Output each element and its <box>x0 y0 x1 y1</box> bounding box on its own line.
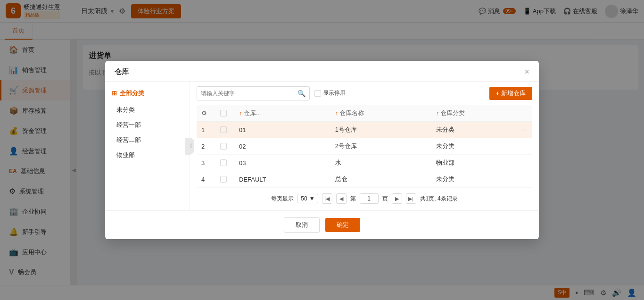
cancel-button[interactable]: 取消 <box>284 217 320 233</box>
row-checkbox-cell[interactable] <box>215 138 234 155</box>
select-all-checkbox[interactable] <box>220 110 227 117</box>
row-checkbox[interactable] <box>220 126 227 133</box>
row-name: 2号仓库 <box>330 138 431 155</box>
table-settings-icon[interactable]: ⚙ <box>201 109 207 117</box>
last-page-button[interactable]: ▶| <box>406 193 416 204</box>
col-code-label: 仓库... <box>244 109 261 117</box>
modal-header: 仓库 × <box>105 61 539 82</box>
show-disabled-label: 显示停用 <box>323 89 346 97</box>
row-category: 未分类 ··· <box>431 122 532 138</box>
table-row[interactable]: 2 02 2号仓库 未分类 <box>197 138 532 155</box>
col-code-sort-icon: ↑ <box>239 109 242 117</box>
col-code: ↑ 仓库... <box>234 105 330 122</box>
page-number-input[interactable] <box>360 193 379 204</box>
col-settings: ⚙ <box>197 105 215 122</box>
page-unit: 页 <box>382 195 388 203</box>
row-code: 03 <box>234 155 330 171</box>
row-num: 2 <box>197 138 215 155</box>
col-category-label: 仓库分类 <box>440 109 465 117</box>
row-name: 水 <box>330 155 431 171</box>
row-checkbox[interactable] <box>220 176 227 183</box>
row-code: 02 <box>234 138 330 155</box>
per-page-label: 每页显示 <box>271 195 294 203</box>
warehouse-table: ⚙ ↑ 仓库... <box>197 105 532 188</box>
modal-title: 仓库 <box>115 67 129 76</box>
search-input[interactable] <box>201 90 295 97</box>
col-name-sort-icon: ↑ <box>335 109 339 117</box>
row-code: 01 <box>234 121 330 138</box>
modal-footer: 取消 确定 <box>105 210 539 239</box>
table-row[interactable]: 1 01 1号仓库 未分类 ··· <box>197 121 532 138</box>
row-name: 1号仓库 <box>330 121 431 138</box>
row-checkbox[interactable] <box>220 159 227 166</box>
table-row[interactable]: 3 03 水 物业部 <box>197 155 532 171</box>
col-name-label: 仓库名称 <box>339 109 364 117</box>
modal-overlay: 仓库 × ⊞ 全部分类 未分类 经营一部 经营二部 <box>0 0 644 300</box>
modal-body: ⊞ 全部分类 未分类 经营一部 经营二部 物业部 《 <box>105 82 539 211</box>
category-item-dept2[interactable]: 经营二部 <box>105 133 190 148</box>
select-chevron-icon: ▼ <box>309 195 315 202</box>
table-panel: 🔍 显示停用 + 新增仓库 ⚙ <box>190 82 539 211</box>
grid-icon: ⊞ <box>112 90 117 97</box>
row-checkbox-cell[interactable] <box>215 171 234 188</box>
table-toolbar: 🔍 显示停用 + 新增仓库 <box>197 86 532 100</box>
row-num: 3 <box>197 155 215 171</box>
row-name: 总仓 <box>330 171 431 188</box>
show-disabled-checkbox[interactable] <box>314 90 321 97</box>
category-item-uncategorized[interactable]: 未分类 <box>105 102 190 117</box>
category-item-dept1[interactable]: 经营一部 <box>105 117 190 133</box>
all-categories-label: 全部分类 <box>120 89 144 98</box>
panel-collapse-arrow[interactable]: 《 <box>185 138 194 155</box>
col-name: ↑ 仓库名称 <box>330 105 431 122</box>
col-category: ↑ 仓库分类 <box>431 105 532 122</box>
confirm-button[interactable]: 确定 <box>325 218 360 232</box>
row-num: 4 <box>197 171 215 188</box>
per-page-select[interactable]: 50 ▼ <box>297 194 318 203</box>
search-box: 🔍 <box>197 86 310 100</box>
row-actions-icon[interactable]: ··· <box>522 126 528 133</box>
col-category-sort-icon: ↑ <box>436 109 439 117</box>
search-icon[interactable]: 🔍 <box>297 90 305 97</box>
modal-close-button[interactable]: × <box>524 67 529 76</box>
row-checkbox-cell[interactable] <box>215 121 234 138</box>
category-panel: ⊞ 全部分类 未分类 经营一部 经营二部 物业部 《 <box>105 82 190 211</box>
show-disabled-checkbox-label[interactable]: 显示停用 <box>314 89 346 97</box>
row-num: 1 <box>197 121 215 138</box>
page-label: 第 <box>350 195 356 203</box>
row-category: 未分类 <box>431 138 532 155</box>
row-checkbox[interactable] <box>220 143 227 150</box>
total-info: 共1页, 4条记录 <box>420 195 458 203</box>
warehouse-modal: 仓库 × ⊞ 全部分类 未分类 经营一部 经营二部 <box>105 61 539 240</box>
row-category: 未分类 <box>431 171 532 188</box>
row-code: DEFAULT <box>234 171 330 188</box>
row-category: 物业部 <box>431 155 532 171</box>
col-checkbox <box>215 105 234 122</box>
category-item-property[interactable]: 物业部 <box>105 148 190 163</box>
prev-page-button[interactable]: ◀ <box>336 193 347 204</box>
add-warehouse-button[interactable]: + 新增仓库 <box>489 87 532 100</box>
next-page-button[interactable]: ▶ <box>392 193 402 204</box>
row-checkbox-cell[interactable] <box>215 155 234 171</box>
pagination-bar: 每页显示 50 ▼ |◀ ◀ 第 页 ▶ ▶| 共1页, 4条记录 <box>197 188 532 206</box>
first-page-button[interactable]: |◀ <box>322 193 332 204</box>
table-row[interactable]: 4 DEFAULT 总仓 未分类 <box>197 171 532 188</box>
all-categories-button[interactable]: ⊞ 全部分类 <box>105 86 190 102</box>
